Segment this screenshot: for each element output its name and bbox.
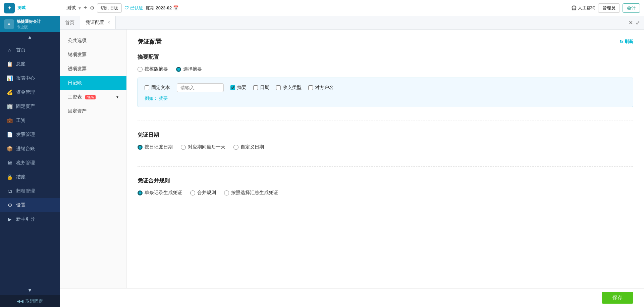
left-menu-sales-invoice[interactable]: 销项发票	[60, 48, 126, 62]
checkbox-counterpart-input[interactable]	[308, 85, 313, 90]
fixed-text-input[interactable]	[177, 83, 224, 92]
sidebar-item-invoice[interactable]: 📄 发票管理	[0, 128, 60, 142]
left-menu-payroll[interactable]: 工资表 NEW ▾	[60, 90, 126, 104]
radio-template-summary[interactable]: 按模版摘要	[138, 66, 168, 72]
sidebar-item-sales[interactable]: 📦 进销台账	[0, 142, 60, 156]
tab-home[interactable]: 首页	[60, 16, 80, 29]
tab-close-icon[interactable]: ×	[108, 20, 110, 25]
sidebar-item-salary[interactable]: 💼 工资	[0, 114, 60, 128]
shield-icon: 🛡	[124, 5, 129, 10]
calendar-icon[interactable]: 📅	[173, 5, 178, 10]
checkbox-income-type-input[interactable]	[276, 85, 281, 90]
sidebar-item-asset[interactable]: 🏢 固定资产	[0, 99, 60, 114]
checkbox-date[interactable]: 日期	[253, 85, 269, 91]
refresh-button[interactable]: ↻ 刷新	[620, 39, 633, 45]
radio-journal-date-input[interactable]	[138, 145, 143, 150]
merge-radio-group: 单条记录生成凭证 合并规则 按照选择汇总生成凭证	[138, 190, 633, 196]
sidebar-logo: ✦ 畅捷通好会计 专业版	[0, 16, 60, 32]
radio-select-summary[interactable]: 选择摘要	[176, 66, 202, 72]
home-icon: ⌂	[7, 47, 13, 53]
summary-title: 摘要配置	[138, 54, 633, 61]
ledger-icon: 📋	[7, 61, 13, 67]
left-menu-purchase-invoice[interactable]: 进项发票	[60, 62, 126, 76]
chevron-down-icon[interactable]: ▾	[78, 5, 81, 11]
left-menu-public[interactable]: 公共选项	[60, 34, 126, 48]
radio-template-input[interactable]	[138, 67, 143, 72]
radio-single-input[interactable]	[138, 190, 143, 195]
sidebar-item-ledger[interactable]: 📋 总账	[0, 57, 60, 71]
tab-bar: 首页 凭证配置 × ✕ ⤢	[60, 16, 644, 30]
admin-button[interactable]: 管理员	[598, 3, 620, 13]
date-title: 凭证日期	[138, 132, 633, 139]
headset-icon: 🎧	[571, 5, 577, 10]
save-button[interactable]: 保存	[602, 292, 633, 304]
radio-select-summary-input[interactable]	[224, 190, 229, 195]
radio-custom-date[interactable]: 自定义日期	[233, 144, 264, 150]
cancel-fixed-button[interactable]: ◀◀ 取消固定	[0, 295, 60, 307]
radio-select-input[interactable]	[176, 67, 181, 72]
checkbox-income-type[interactable]: 收支类型	[276, 85, 302, 91]
checkbox-counterpart[interactable]: 对方户名	[308, 85, 334, 91]
sidebar-scroll-down[interactable]: ▼	[0, 286, 60, 295]
topbar: ✦ 测试 测试 ▾ + ⚙ 切到旧版 🛡 已认证 账期 2023-02 📅 🎧 …	[0, 0, 644, 16]
sidebar-item-archive[interactable]: 🗂 归档管理	[0, 184, 60, 198]
add-icon[interactable]: +	[84, 4, 87, 11]
radio-period-last-input[interactable]	[181, 145, 186, 150]
accountant-button[interactable]: 会计	[623, 3, 640, 13]
summary-section: 摘要配置 按模版摘要 选择摘要	[138, 54, 633, 121]
sidebar-nav: ⌂ 首页 📋 总账 📊 报表中心 💰 资金管理 🏢 固定资产 💼 工资	[0, 42, 60, 286]
sidebar-item-capital[interactable]: 💰 资金管理	[0, 85, 60, 99]
close-accounts-icon: 🔒	[7, 174, 13, 180]
page-content: 公共选项 销项发票 进项发票 日记账 工资表 NEW ▾ 固定资产	[60, 30, 644, 288]
logo-sub: 专业版	[17, 25, 41, 30]
right-content-area: 凭证配置 ↻ 刷新 摘要配置 按模版摘要	[127, 30, 644, 288]
sidebar-item-home[interactable]: ⌂ 首页	[0, 43, 60, 57]
sidebar-item-settings[interactable]: ⚙ 设置	[0, 198, 60, 212]
sidebar-item-guide[interactable]: ▶ 新手引导	[0, 212, 60, 226]
sidebar-item-report[interactable]: 📊 报表中心	[0, 71, 60, 85]
left-menu: 公共选项 销项发票 进项发票 日记账 工资表 NEW ▾ 固定资产	[60, 30, 127, 288]
close-icon[interactable]: ✕	[629, 19, 633, 26]
summary-example: 例如： 摘要	[145, 95, 626, 101]
checkbox-fixed-text[interactable]: 固定文本	[145, 85, 170, 91]
logo-text: 畅捷通好会计	[17, 19, 41, 25]
merge-title: 凭证合并规则	[138, 177, 633, 184]
radio-merge-rule[interactable]: 合并规则	[190, 190, 216, 196]
checkbox-date-input[interactable]	[253, 85, 258, 90]
radio-custom-date-input[interactable]	[233, 145, 238, 150]
content-area: 首页 凭证配置 × ✕ ⤢ 公共选项 销项发票 进项发票	[60, 16, 644, 307]
summary-options-row: 固定文本 摘要 日期	[145, 83, 626, 92]
save-bar: 保存	[60, 288, 644, 307]
tax-icon: 🏛	[7, 160, 13, 166]
sidebar-item-tax[interactable]: 🏛 税务管理	[0, 156, 60, 170]
expand-icon[interactable]: ⤢	[636, 19, 640, 26]
chevron-right-icon: ▾	[116, 95, 118, 99]
merge-section: 凭证合并规则 单条记录生成凭证 合并规则 按照选择汇总生成凭证	[138, 177, 633, 212]
left-menu-fixed-asset[interactable]: 固定资产	[60, 104, 126, 118]
gear-icon[interactable]: ⚙	[90, 5, 94, 11]
radio-select-summary[interactable]: 按照选择汇总生成凭证	[224, 190, 278, 196]
project-name: 测试	[66, 5, 76, 11]
sidebar-item-close[interactable]: 🔒 结账	[0, 170, 60, 184]
period-info: 账期 2023-02 📅	[146, 5, 179, 11]
sales-icon: 📦	[7, 146, 13, 152]
pin-icon: ◀◀	[17, 299, 23, 304]
sidebar-scroll-up[interactable]: ▲	[0, 32, 60, 42]
tab-voucher-config[interactable]: 凭证配置 ×	[80, 16, 116, 29]
radio-journal-date[interactable]: 按日记账日期	[138, 144, 173, 150]
radio-period-last-day[interactable]: 对应期间最后一天	[181, 144, 225, 150]
old-version-button[interactable]: 切到旧版	[97, 3, 122, 13]
date-section: 凭证日期 按日记账日期 对应期间最后一天 自定义日期	[138, 132, 633, 167]
date-radio-group: 按日记账日期 对应期间最后一天 自定义日期	[138, 144, 633, 150]
consult-button[interactable]: 🎧 人工咨询	[571, 5, 595, 11]
asset-icon: 🏢	[7, 103, 13, 109]
checkbox-summary[interactable]: 摘要	[230, 85, 247, 91]
invoice-icon: 📄	[7, 132, 13, 138]
radio-merge-input[interactable]	[190, 190, 195, 195]
radio-single-record[interactable]: 单条记录生成凭证	[138, 190, 182, 196]
report-icon: 📊	[7, 75, 13, 81]
checkbox-fixed-text-input[interactable]	[145, 85, 149, 90]
left-menu-journal[interactable]: 日记账	[60, 76, 126, 90]
capital-icon: 💰	[7, 89, 13, 95]
checkbox-summary-input[interactable]	[230, 85, 235, 90]
